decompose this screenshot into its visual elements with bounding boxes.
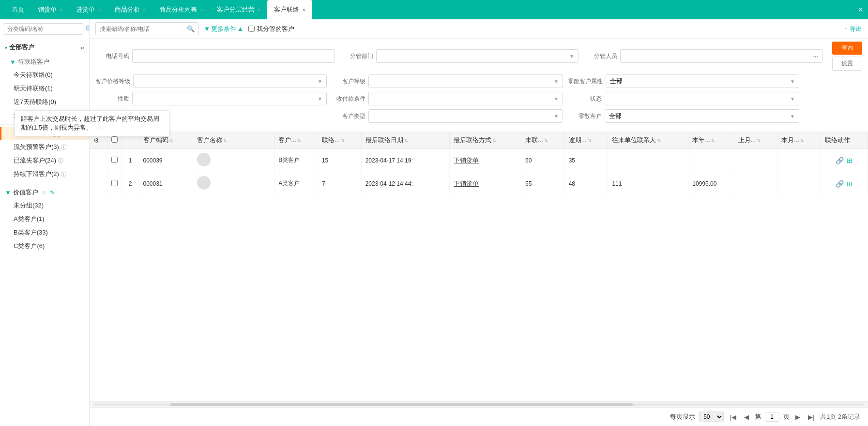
sidebar-item-declining[interactable]: 持续下滑客户(2) ⓘ	[0, 167, 89, 181]
sidebar-item-a-class[interactable]: A类客户(1)	[0, 212, 89, 226]
chevron-down-icon: ▼	[554, 79, 559, 84]
export-icon: ↑	[845, 25, 848, 32]
close-icon[interactable]: ×	[200, 7, 203, 13]
sidebar-search-input[interactable]	[4, 23, 83, 35]
cell-settings	[90, 149, 107, 172]
close-icon[interactable]: ×	[302, 7, 305, 13]
customer-type-select[interactable]: ▼	[368, 109, 563, 123]
cell-num: 2	[122, 172, 139, 195]
query-button[interactable]: 查询	[832, 42, 862, 55]
next-page-button[interactable]: ▶	[793, 412, 802, 422]
sidebar-all-customers[interactable]: ▪ 全部客户 «	[0, 39, 89, 56]
sidebar-item-churned[interactable]: 已流失客户(24) ⓘ	[0, 154, 89, 167]
cell-last-date: 2023-04-12 14:44:	[361, 172, 450, 195]
row-checkbox[interactable]	[111, 180, 118, 186]
search-button[interactable]: 🔍	[183, 23, 198, 35]
customer-grade-select[interactable]: ▼	[368, 74, 563, 88]
search-input[interactable]	[96, 23, 183, 35]
retail-attr-select[interactable]: 全部 ▼	[606, 74, 799, 88]
phone-input[interactable]	[132, 49, 335, 63]
avatar	[197, 176, 211, 190]
scroll-thumb[interactable]	[170, 403, 633, 406]
sidebar-item-c-class[interactable]: C类客户(6)	[0, 239, 89, 253]
col-last-month: 上月... ⇅	[734, 132, 777, 149]
sidebar-item-tomorrow[interactable]: 明天待联络(1)	[0, 82, 89, 95]
cell-this-month	[777, 172, 821, 195]
cell-this-year	[688, 149, 734, 172]
nature-select[interactable]: ▼	[132, 92, 327, 105]
chevron-down-icon: ▲	[237, 25, 244, 32]
my-customers-checkbox-label[interactable]: 我分管的客户	[248, 25, 294, 33]
nav-item-customer-contact[interactable]: 客户联络 ×	[267, 0, 312, 19]
sidebar-item-today[interactable]: 今天待联络(0)	[0, 68, 89, 82]
edit-icon[interactable]: ○	[42, 189, 46, 196]
col-overdue: 逾期... ⇅	[564, 132, 608, 149]
last-page-button[interactable]: ▶|	[806, 412, 816, 422]
close-icon[interactable]: ×	[143, 7, 146, 13]
filter-rows: 电话号码 分管部门 ▼ 分管人员 ···	[90, 39, 868, 132]
sort-icon: ⇅	[588, 138, 592, 143]
settings-button[interactable]: 设置	[832, 57, 862, 71]
avatar	[197, 153, 211, 166]
settings-icon[interactable]: ⚙	[93, 137, 99, 144]
filter-cell-price-grade: 客户价格等级 ▼	[95, 74, 327, 88]
first-page-button[interactable]: |◀	[728, 412, 738, 422]
grid-icon[interactable]: ⊞	[847, 157, 853, 164]
retail-customer-select[interactable]: 全部 ▼	[605, 109, 799, 123]
sort-icon: ⇅	[657, 138, 661, 143]
sidebar-search-icon[interactable]: 🔍	[85, 25, 90, 33]
payment-select[interactable]: ▼	[368, 92, 563, 105]
sidebar-item-ungrouped[interactable]: 未分组(32)	[0, 199, 89, 212]
contact-method-link[interactable]: 下销货单	[454, 180, 479, 187]
nav-item-home[interactable]: 首页	[5, 0, 31, 19]
manager-select[interactable]: ···	[620, 49, 822, 63]
cell-overdue: 35	[564, 149, 608, 172]
sidebar-pending-group[interactable]: ▼ 待联络客户	[0, 56, 89, 68]
sidebar-item-churn-warning[interactable]: 流失预警客户(3) ⓘ	[0, 140, 89, 154]
filter-cell-customer-grade: 客户等级 ▼	[332, 74, 563, 88]
nav-item-purchase[interactable]: 进货单 ×	[69, 0, 107, 19]
close-icon[interactable]: ×	[60, 7, 62, 13]
filter-cell-retail-customer: 零散客户 全部 ▼	[568, 109, 799, 123]
status-select[interactable]: ▼	[605, 92, 799, 105]
export-button[interactable]: ↑ 导出	[845, 25, 863, 33]
my-customers-checkbox[interactable]	[248, 26, 255, 32]
nav-item-analysis-list[interactable]: 商品分析列表 ×	[152, 0, 210, 19]
horizontal-scrollbar[interactable]	[90, 401, 868, 407]
close-icon[interactable]: ×	[98, 7, 101, 13]
chevron-down-icon: ▼	[318, 96, 322, 102]
sidebar-value-group[interactable]: ▼ 价值客户 ○ ✎	[0, 185, 89, 199]
window-close-button[interactable]: ×	[858, 5, 863, 15]
per-page-select[interactable]: 10 20 50 100	[699, 411, 724, 422]
more-icon: ···	[813, 53, 818, 60]
contact-method-link[interactable]: 下销货单	[454, 157, 479, 164]
grid-icon[interactable]: ⊞	[847, 180, 853, 188]
collapse-icon[interactable]: «	[81, 44, 84, 51]
row-checkbox[interactable]	[111, 157, 118, 163]
cell-uncontacted: 55	[521, 172, 564, 195]
link-icon[interactable]: 🔗	[836, 157, 844, 164]
col-actions: 联络动作	[821, 132, 868, 149]
select-all-checkbox[interactable]	[111, 136, 118, 143]
sidebar-item-b-class[interactable]: B类客户(33)	[0, 226, 89, 239]
col-contact-person: 往来单位联系人 ⇅	[608, 132, 688, 149]
edit2-icon[interactable]: ✎	[50, 189, 55, 196]
dept-select[interactable]: ▼	[376, 49, 579, 63]
filter-cell-retail-attr: 零散客户属性 全部 ▼	[568, 74, 799, 88]
filter-cell-status: 状态 ▼	[568, 92, 799, 105]
cell-check	[107, 172, 122, 195]
sidebar-item-7days[interactable]: 近7天待联络(0)	[0, 95, 89, 109]
close-icon[interactable]: ×	[258, 7, 260, 13]
more-conditions-btn[interactable]: ▼ 更多条件 ▲	[204, 25, 244, 33]
nav-item-analysis[interactable]: 商品分析 ×	[108, 0, 152, 19]
nav-item-sales[interactable]: 销货单 ×	[31, 0, 69, 19]
nav-item-customer-tier[interactable]: 客户分层经营 ×	[210, 0, 267, 19]
prev-page-button[interactable]: ◀	[742, 412, 751, 422]
price-grade-select[interactable]: ▼	[133, 74, 327, 88]
cell-num: 1	[122, 149, 139, 172]
page-label: 第	[755, 412, 761, 421]
chevron-down-icon: ▼	[790, 96, 795, 102]
filter-row-2: 客户价格等级 ▼ 客户等级 ▼ 零散客户属性 全部	[95, 74, 862, 88]
page-input[interactable]	[765, 412, 779, 422]
link-icon[interactable]: 🔗	[836, 180, 844, 188]
